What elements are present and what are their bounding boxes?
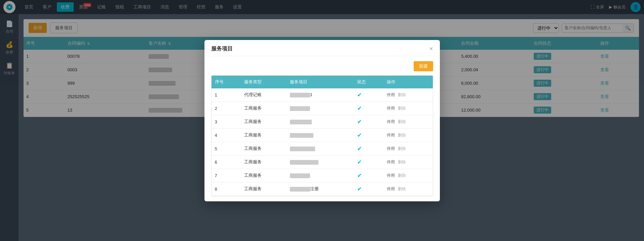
modal-cell-type: 工商服务 (241, 169, 287, 182)
status-check-icon: ✔ (357, 172, 362, 179)
modal-cell-item (287, 169, 354, 182)
modal-cell-no: 6 (212, 155, 241, 169)
modal-cell-status: ✔ (354, 182, 383, 196)
modal-col-no: 序号 (212, 76, 241, 88)
modal-cell-type: 工商服务 (241, 128, 287, 142)
modal-cell-item: 注册 (287, 182, 354, 196)
delete-button[interactable]: 删除 (398, 119, 406, 124)
modal-cell-action: 停用 删除 (383, 142, 433, 155)
modal-cell-type: 工商服务 (241, 155, 287, 169)
stop-button[interactable]: 停用 (387, 146, 395, 151)
modal-cell-no: 5 (212, 142, 241, 155)
stop-button[interactable]: 停用 (387, 173, 395, 178)
modal-cell-action: 停用 删除 (383, 102, 433, 115)
modal-cell-no: 1 (212, 88, 241, 102)
modal-cell-action: 停用 删除 (383, 128, 433, 142)
modal-cell-no: 3 (212, 115, 241, 128)
modal-cell-item (287, 115, 354, 128)
modal-cell-no: 4 (212, 128, 241, 142)
status-check-icon: ✔ (357, 146, 362, 152)
list-item: 6 工商服务 ✔ 停用 删除 (212, 155, 433, 169)
modal-cell-type: 工商服务 (241, 115, 287, 128)
modal-title: 服务项目 (211, 45, 233, 52)
delete-button[interactable]: 删除 (398, 160, 406, 164)
service-modal: 服务项目 × 新建 序号 服务类型 服务项目 状态 操作 (204, 40, 440, 201)
modal-table-wrap[interactable]: 序号 服务类型 服务项目 状态 操作 1 代理记账 1 ✔ 停用 删除 2 工商… (211, 75, 433, 196)
modal-cell-status: ✔ (354, 102, 383, 115)
modal-cell-status: ✔ (354, 142, 383, 155)
modal-col-action: 操作 (383, 76, 433, 88)
list-item: 2 工商服务 ✔ 停用 删除 (212, 102, 433, 115)
modal-col-item: 服务项目 (287, 76, 354, 88)
modal-cell-type: 工商服务 (241, 182, 287, 196)
modal-cell-status: ✔ (354, 115, 383, 128)
delete-button[interactable]: 删除 (398, 106, 406, 111)
modal-cell-status: ✔ (354, 155, 383, 169)
list-item: 4 工商服务 ✔ 停用 删除 (212, 128, 433, 142)
list-item: 1 代理记账 1 ✔ 停用 删除 (212, 88, 433, 102)
delete-button[interactable]: 删除 (398, 92, 406, 97)
delete-button[interactable]: 删除 (398, 187, 406, 191)
stop-button[interactable]: 停用 (387, 92, 395, 97)
modal-cell-item (287, 142, 354, 155)
modal-service-table: 序号 服务类型 服务项目 状态 操作 1 代理记账 1 ✔ 停用 删除 2 工商… (212, 76, 433, 196)
modal-cell-item (287, 128, 354, 142)
modal-cell-type: 工商服务 (241, 102, 287, 115)
modal-cell-type: 代理记账 (241, 88, 287, 102)
status-check-icon: ✔ (357, 132, 362, 138)
modal-cell-item: 1 (287, 88, 354, 102)
delete-button[interactable]: 删除 (398, 133, 406, 137)
modal-cell-action: 停用 删除 (383, 155, 433, 169)
status-check-icon: ✔ (357, 92, 362, 98)
status-check-icon: ✔ (357, 186, 362, 192)
modal-cell-status: ✔ (354, 128, 383, 142)
modal-cell-no: 2 (212, 102, 241, 115)
modal-cell-status: ✔ (354, 169, 383, 182)
modal-cell-no: 7 (212, 169, 241, 182)
delete-button[interactable]: 删除 (398, 173, 406, 178)
list-item: 3 工商服务 ✔ 停用 删除 (212, 115, 433, 128)
modal-header: 服务项目 × (204, 40, 440, 56)
delete-button[interactable]: 删除 (398, 146, 406, 151)
modal-cell-status: ✔ (354, 88, 383, 102)
modal-cell-action: 停用 删除 (383, 169, 433, 182)
modal-body: 新建 序号 服务类型 服务项目 状态 操作 1 代理记账 (204, 56, 440, 201)
modal-close-button[interactable]: × (429, 46, 433, 52)
stop-button[interactable]: 停用 (387, 119, 395, 124)
stop-button[interactable]: 停用 (387, 187, 395, 191)
list-item: 8 工商服务 注册 ✔ 停用 删除 (212, 182, 433, 196)
modal-cell-action: 停用 删除 (383, 182, 433, 196)
status-check-icon: ✔ (357, 159, 362, 165)
modal-cell-item (287, 155, 354, 169)
modal-col-type: 服务类型 (241, 76, 287, 88)
status-check-icon: ✔ (357, 119, 362, 125)
modal-cell-type: 工商服务 (241, 142, 287, 155)
modal-cell-item (287, 102, 354, 115)
modal-cell-action: 停用 删除 (383, 88, 433, 102)
list-item: 7 工商服务 ✔ 停用 删除 (212, 169, 433, 182)
modal-cell-no: 8 (212, 182, 241, 196)
stop-button[interactable]: 停用 (387, 106, 395, 111)
modal-col-status: 状态 (354, 76, 383, 88)
modal-toolbar: 新建 (211, 61, 433, 71)
modal-new-button[interactable]: 新建 (414, 61, 433, 71)
modal-cell-action: 停用 删除 (383, 115, 433, 128)
list-item: 5 工商服务 ✔ 停用 删除 (212, 142, 433, 155)
stop-button[interactable]: 停用 (387, 160, 395, 164)
stop-button[interactable]: 停用 (387, 133, 395, 137)
modal-overlay[interactable]: 服务项目 × 新建 序号 服务类型 服务项目 状态 操作 (0, 0, 644, 241)
status-check-icon: ✔ (357, 105, 362, 112)
